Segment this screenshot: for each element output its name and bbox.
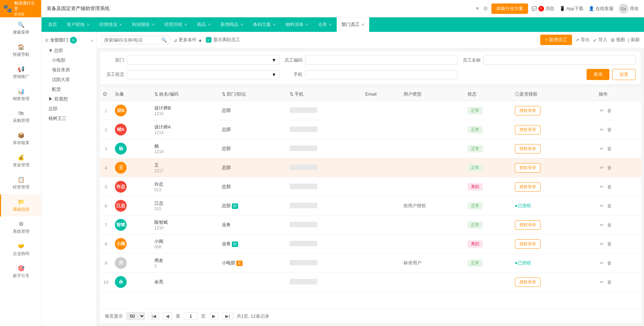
col-dept[interactable]: ⇅部门/职位 [219,87,287,101]
col-settings[interactable]: ⚙ [100,87,112,101]
tab-business-close[interactable]: ✕ [119,23,122,27]
edit-button[interactable]: ✏ [600,146,604,151]
experience-button[interactable]: 体验行业方案 [491,3,528,14]
query-button[interactable]: 查询 [587,69,609,80]
tab-goods-close[interactable]: ✕ [208,23,211,27]
per-page-select[interactable]: 50 100 [126,312,145,320]
edit-button[interactable]: ✏ [600,222,604,228]
show-resigned-toggle[interactable]: ✓ 显示离职员工 [206,37,240,43]
tab-goods[interactable]: 商品✕ [192,17,216,32]
dept-collapse-btn[interactable]: « [91,38,93,43]
export-button[interactable]: ↗ 导出 [575,37,590,43]
tab-history[interactable]: 经营历程✕ [160,17,192,32]
delete-button[interactable]: 🗑 [607,146,612,151]
delete-button[interactable]: 🗑 [607,108,612,113]
resigned-checkbox[interactable]: ✓ [206,37,211,43]
col-name[interactable]: ⇅姓名/编码 [152,87,219,101]
tab-customer-close[interactable]: ✕ [87,23,90,27]
user-action[interactable]: Ea 用友 [619,4,639,14]
sidebar-item-stock[interactable]: 📦 库存核算 [0,128,41,150]
set-button[interactable]: 设置 [612,69,636,80]
tab-profit-close[interactable]: ✕ [152,23,155,27]
delete-button[interactable]: 🗑 [607,165,612,170]
edit-button[interactable]: ✏ [600,241,604,247]
sidebar-item-finance[interactable]: 💰 资金管理 [0,150,41,172]
dropdown-arrow[interactable]: ▼ [475,6,480,11]
tab-bom[interactable]: 物料清单✕ [281,17,313,32]
last-page-btn[interactable]: ▶| [222,312,233,320]
delete-button[interactable]: 🗑 [607,241,612,247]
dept-item-shenyang[interactable]: 沈阳大库 [42,75,97,85]
auth-button[interactable]: 授权登录 [515,182,541,192]
more-filters-btn[interactable]: ⊿ 更多条件 ▲ [173,37,202,43]
add-employee-button[interactable]: + 新增员工 [540,35,572,45]
filter-phone-input[interactable] [305,70,457,79]
tab-new-goods[interactable]: 新增商品✕ [216,17,248,32]
sidebar-item-guide[interactable]: 🎯 新手引导 [0,261,41,283]
filter-dept-select[interactable]: ▼ [127,55,279,65]
tab-history-close[interactable]: ✕ [184,23,187,27]
search-input[interactable] [104,37,160,43]
page-input[interactable] [184,312,198,320]
view-button[interactable]: ⊞ 视图 [611,37,625,43]
auth-button[interactable]: 授权登录 [515,125,541,134]
dept-item-shuanglu[interactable]: ▶ 双鹿想 [42,94,97,104]
edit-button[interactable]: ✏ [600,165,604,170]
tab-warehouse[interactable]: 仓库✕ [313,17,337,32]
dept-item-xiao[interactable]: 小电部 [42,55,97,65]
tab-new-goods-close[interactable]: ✕ [240,23,243,27]
tab-barcode[interactable]: 条码方案✕ [248,17,281,32]
auth-button[interactable]: 授权登录 [515,220,541,230]
delete-button[interactable]: 🗑 [607,203,612,209]
sidebar-item-nav[interactable]: 🏠 快捷导航 [0,39,41,62]
tab-profit[interactable]: 利润报告✕ [127,17,160,32]
dept-item-project[interactable]: 项目库房 [42,65,97,75]
auth-button[interactable]: 授权登录 [515,277,541,287]
dept-item-peihuo[interactable]: 配货 [42,85,97,94]
sidebar-item-collab[interactable]: 🤝 企业协同 [0,239,41,261]
next-page-btn[interactable]: ▶ [209,312,219,320]
tab-bom-close[interactable]: ✕ [305,23,308,27]
tab-customer[interactable]: 客户联络✕ [62,17,94,32]
refresh-button[interactable]: | 刷新 [628,37,640,43]
tab-employee[interactable]: 部门员工✕ [337,17,369,32]
sidebar-item-system[interactable]: ⚙ 系统管理 [0,217,41,239]
edit-button[interactable]: ✏ [600,203,604,209]
prev-page-btn[interactable]: ◀ [163,312,172,320]
col-phone[interactable]: ⇅手机 [287,87,363,101]
tab-barcode-close[interactable]: ✕ [273,23,276,27]
message-action[interactable]: 💬 5 消息 [532,6,554,12]
sidebar-item-operation[interactable]: 📋 经营管理 [0,172,41,194]
first-page-btn[interactable]: |◀ [148,312,159,320]
delete-button[interactable]: 🗑 [607,222,612,228]
filter-name-input[interactable] [483,55,636,65]
auth-button[interactable]: 授权登录 [515,239,541,249]
auth-button[interactable]: 授权登录 [515,163,541,173]
tab-employee-close[interactable]: ✕ [361,23,364,27]
delete-button[interactable]: 🗑 [607,184,612,190]
filter-code-input[interactable] [305,55,457,65]
edit-button[interactable]: ✏ [600,260,604,266]
dept-item-corp[interactable]: ▼ 总部 [42,46,97,55]
delete-button[interactable]: 🗑 [607,127,612,132]
tab-business[interactable]: 经营情况✕ [94,17,127,32]
delete-button[interactable]: 🗑 [607,260,612,266]
dept-item-zongbu[interactable]: 总部 [42,104,97,114]
dept-item-zhishu[interactable]: 植树王三 [42,114,97,123]
delete-button[interactable]: 🗑 [607,279,612,285]
import-button[interactable]: ↙ 导入 [593,37,607,43]
edit-button[interactable]: ✏ [600,279,604,285]
app-download-action[interactable]: 📱 App下载 [560,6,583,12]
edit-button[interactable]: ✏ [600,184,604,190]
sidebar-item-search[interactable]: 🔍 搜索菜单 [0,17,41,39]
sidebar-item-sales[interactable]: 📊 销售管理 [0,84,41,106]
settings-icon[interactable]: ⚙ [483,5,488,12]
sidebar-item-basic[interactable]: 📁 基础信息 [0,194,41,217]
edit-button[interactable]: ✏ [600,127,604,132]
auth-button[interactable]: 授权登录 [515,106,541,115]
service-action[interactable]: 👤 在线客服 [589,6,614,12]
tab-warehouse-close[interactable]: ✕ [329,23,332,27]
sidebar-item-purchase[interactable]: 🛍 采购管理 [0,106,41,128]
edit-button[interactable]: ✏ [600,108,604,113]
filter-status-select[interactable]: ▼ [127,70,279,79]
